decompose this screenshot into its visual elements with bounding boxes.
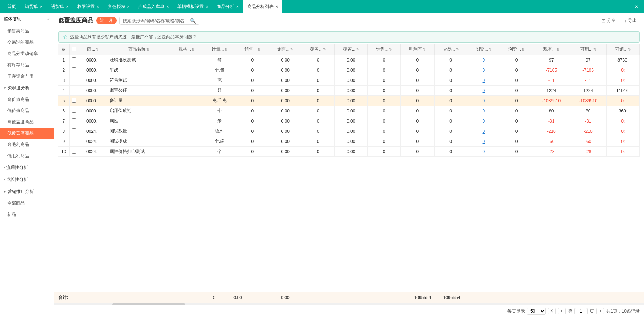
gear-icon[interactable]: ⚙: [62, 47, 66, 52]
row-checkbox[interactable]: [72, 78, 76, 82]
total-label: 合计:: [58, 294, 68, 301]
sort-avail-icon[interactable]: ⇅: [593, 48, 596, 51]
sidebar-item-high-coverage[interactable]: 高覆盖度商品: [0, 116, 54, 128]
sort-cov2-icon[interactable]: ⇅: [356, 48, 359, 51]
sidebar-section-growth[interactable]: › 成长性分析: [0, 174, 54, 186]
share-button[interactable]: ⊡ 分享: [599, 16, 619, 25]
row-checkbox[interactable]: [72, 88, 76, 92]
next-page-button[interactable]: >: [596, 308, 604, 314]
sort-current-icon[interactable]: ⇅: [557, 48, 559, 51]
cell-view1[interactable]: 0: [467, 86, 500, 96]
sidebar-item-low-coverage[interactable]: 低覆盖度商品: [0, 128, 54, 139]
sort-unit-icon[interactable]: ⇅: [225, 48, 228, 51]
cell-view2: 0: [500, 147, 533, 157]
row-checkbox[interactable]: [72, 57, 76, 62]
nav-goods-analysis[interactable]: 商品分析 ×: [212, 0, 243, 13]
nav-purchase[interactable]: 进货单 ×: [47, 0, 73, 13]
sidebar-collapse-button[interactable]: «: [47, 17, 50, 22]
cell-code: 0000...: [79, 55, 107, 65]
cell-gross-margin: 0: [400, 136, 434, 147]
cell-view1[interactable]: 0: [467, 126, 500, 136]
search-input[interactable]: [123, 18, 188, 23]
nav-product-warehouse[interactable]: 产成品入库单 ×: [134, 0, 173, 13]
first-page-button[interactable]: K: [548, 308, 556, 314]
sidebar-item-high-margin[interactable]: 高毛利商品: [0, 139, 54, 150]
close-warehouse-icon[interactable]: ×: [166, 5, 169, 9]
row-checkbox[interactable]: [72, 67, 76, 72]
total-cells: 0 0.00 0.00 -1095554 -1095554: [74, 295, 640, 300]
sidebar-section-cluster-analysis[interactable]: ∨ 类群度分析: [0, 82, 54, 94]
sort-view2-icon[interactable]: ⇅: [522, 48, 525, 51]
row-checkbox[interactable]: [72, 139, 76, 143]
prev-page-button[interactable]: <: [558, 308, 566, 314]
sidebar-item-all-goods[interactable]: 全部商品: [0, 198, 54, 209]
sort-spec-icon[interactable]: ⇅: [192, 48, 195, 51]
close-goods-analysis-icon[interactable]: ×: [236, 5, 239, 9]
sidebar-item-sales-goods[interactable]: 销售类商品: [0, 25, 54, 37]
cell-sales-ratio: 0: [368, 75, 400, 86]
nav-permissions[interactable]: 权限设置 ×: [73, 0, 103, 13]
col-header-gear[interactable]: ⚙: [58, 44, 69, 55]
sidebar-item-low-value[interactable]: 低价值商品: [0, 105, 54, 116]
sort-name-icon[interactable]: ⇅: [146, 48, 149, 51]
cell-transaction: 0: [435, 75, 467, 86]
close-template-icon[interactable]: ×: [206, 5, 208, 9]
sort-sales-qty-icon[interactable]: ⇅: [258, 48, 260, 51]
sidebar-item-capital-occupation[interactable]: 库存资金占用: [0, 71, 54, 82]
select-all-checkbox[interactable]: [72, 47, 76, 51]
cell-view2: 0: [500, 116, 533, 126]
sidebar-item-category-turnover[interactable]: 商品分类动销率: [0, 48, 54, 59]
nav-home[interactable]: 首页: [3, 0, 20, 13]
cell-view1[interactable]: 0: [467, 116, 500, 126]
sidebar-item-high-value[interactable]: 高价值商品: [0, 94, 54, 105]
sidebar-item-traded-goods[interactable]: 交易过的商品: [0, 37, 54, 48]
row-checkbox[interactable]: [72, 128, 76, 133]
sidebar-item-low-margin[interactable]: 低毛利商品: [0, 150, 54, 162]
sort-code-icon[interactable]: ⇅: [96, 48, 99, 51]
close-purchase-icon[interactable]: ×: [66, 5, 68, 9]
sort-view1-icon[interactable]: ⇅: [489, 48, 492, 51]
row-checkbox[interactable]: [72, 149, 76, 154]
window-close-button[interactable]: ×: [632, 3, 641, 10]
cell-view1[interactable]: 0: [467, 136, 500, 147]
close-role-icon[interactable]: ×: [127, 5, 130, 9]
page-size-select[interactable]: 50 20 100: [527, 308, 546, 315]
row-checkbox[interactable]: [72, 98, 76, 103]
search-box: 🔍: [119, 17, 199, 25]
row-checkbox[interactable]: [72, 118, 76, 123]
cell-sales-ratio: 0: [368, 65, 400, 75]
time-filter-button[interactable]: 近一月: [96, 17, 117, 24]
cell-sales-ratio: 0: [368, 106, 400, 116]
sort-sales-amt-icon[interactable]: ⇅: [290, 48, 293, 51]
sidebar-item-new-goods[interactable]: 新品: [0, 209, 54, 220]
cell-saleable: 0:: [606, 126, 639, 136]
nav-goods-analysis-list[interactable]: 商品分析列表 ×: [243, 0, 282, 13]
cell-view1[interactable]: 0: [467, 55, 500, 65]
nav-role-auth[interactable]: 角色授权 ×: [103, 0, 134, 13]
sort-saleable-icon[interactable]: ⇅: [628, 48, 631, 51]
cell-view1[interactable]: 0: [467, 147, 500, 157]
cell-view1[interactable]: 0: [467, 106, 500, 116]
export-button[interactable]: ↑ 导出: [621, 16, 640, 25]
nav-sales[interactable]: 销货单 ×: [20, 0, 47, 13]
table-row: 1 0000... 旺辅批次测试 箱 0 0.00 0 0.00 0 0 0 0…: [58, 55, 640, 65]
page-number-input[interactable]: [574, 308, 588, 314]
cell-current-stock: 80: [533, 106, 570, 116]
cell-view1[interactable]: 0: [467, 75, 500, 86]
cell-view1[interactable]: 0: [467, 65, 500, 75]
cell-view1[interactable]: 0: [467, 96, 500, 106]
sidebar-section-liquidity[interactable]: › 流通性分析: [0, 162, 54, 174]
sidebar-section-marketing[interactable]: ∨ 营销推广分析: [0, 186, 54, 198]
close-permissions-icon[interactable]: ×: [97, 5, 99, 9]
sort-gross-icon[interactable]: ⇅: [423, 48, 426, 51]
search-icon[interactable]: 🔍: [190, 18, 196, 24]
sort-trans-icon[interactable]: ⇅: [456, 48, 459, 51]
row-checkbox[interactable]: [72, 108, 76, 113]
cell-transaction: 0: [435, 96, 467, 106]
sort-cov1-icon[interactable]: ⇅: [323, 48, 326, 51]
close-goods-list-icon[interactable]: ×: [276, 5, 278, 9]
sidebar-item-in-stock[interactable]: 有库存商品: [0, 59, 54, 71]
nav-template-settings[interactable]: 单据模板设置 ×: [173, 0, 212, 13]
close-sales-icon[interactable]: ×: [40, 5, 42, 9]
sort-sales-ratio-icon[interactable]: ⇅: [389, 48, 392, 51]
